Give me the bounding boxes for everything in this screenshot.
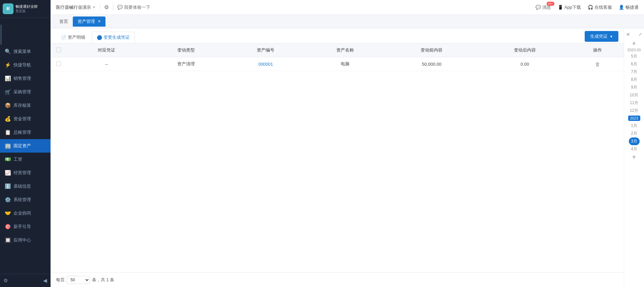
row-operation: 🗑 <box>572 57 624 71</box>
topbar-divider2 <box>113 4 113 11</box>
panel-close-icon[interactable]: ✕ <box>626 32 630 37</box>
sidebar-item-funds[interactable]: 💰 资金管理 <box>0 112 51 126</box>
row-asset-name: 电脑 <box>305 57 385 71</box>
sidebar-item-enterprise[interactable]: 🤝 企业协同 <box>0 206 51 220</box>
right-panel-header: ✕ ⤢ <box>624 30 644 38</box>
purchase-icon: 🛒 <box>5 89 11 95</box>
timeline-month-7[interactable]: 7月 <box>624 68 644 76</box>
timeline-month-4[interactable]: 4月 <box>624 145 644 153</box>
timeline: ▲ 2023.03 5月 6月 7月 8月 9月 10月 11月 12月 202… <box>624 38 644 162</box>
logo-sub: 普及版 <box>16 9 38 13</box>
content-area: 📄 资产明细 🔵 变更生成凭证 生成凭证 ▼ <box>51 28 644 287</box>
panel-expand-icon[interactable]: ⤢ <box>639 32 642 37</box>
company-selector[interactable]: 医疗器械行业演示 ▼ <box>56 4 96 10</box>
sidebar-settings-icon[interactable]: ⚙ <box>3 278 8 284</box>
row-after-change: 0.00 <box>478 57 572 71</box>
timeline-month-3[interactable]: 3月 <box>629 137 640 145</box>
timeline-month-10[interactable]: 10月 <box>624 91 644 99</box>
generate-voucher-button[interactable]: 生成凭证 ▼ <box>585 31 618 42</box>
timeline-up-icon[interactable]: ▲ <box>630 38 638 47</box>
messages-badge: 99+ <box>547 2 554 6</box>
timeline-month-2[interactable]: 2月 <box>624 130 644 137</box>
topbar-settings-icon[interactable]: ⚙ <box>104 4 109 10</box>
timeline-year-marker[interactable]: 2023 <box>628 116 640 121</box>
funds-icon: 💰 <box>5 116 11 122</box>
logo-icon: 财 <box>3 3 13 14</box>
timeline-month-6[interactable]: 6月 <box>624 60 644 68</box>
sidebar-item-operations[interactable]: 📈 经营管理 <box>0 166 51 180</box>
column-after-change: 变动后内容 <box>478 43 572 57</box>
company-name: 医疗器械行业演示 <box>56 4 91 10</box>
tab-close-icon[interactable]: ✕ <box>98 19 101 24</box>
asset-details-icon: 📄 <box>61 35 66 40</box>
basic-info-icon: ℹ️ <box>5 183 11 189</box>
sidebar-logo: 财 畅捷通好业财 普及版 <box>0 0 51 18</box>
sidebar-item-search[interactable]: 🔍 搜索菜单 <box>0 45 51 58</box>
app-download-button[interactable]: 📱 App下载 <box>558 4 581 10</box>
sub-tab-change-voucher[interactable]: 🔵 变更生成凭证 <box>92 32 135 43</box>
data-table-wrapper: 对应凭证 变动类型 资产编号 资产名称 变动前内容 变动后内容 操作 <box>51 43 624 272</box>
delete-icon[interactable]: 🗑 <box>595 61 600 67</box>
customer-service-icon: 🎧 <box>588 5 593 10</box>
fixed-assets-icon: 🏢 <box>5 143 11 149</box>
app-center-icon: 🔲 <box>5 237 11 243</box>
timeline-month-8[interactable]: 8月 <box>624 76 644 84</box>
sidebar-item-ledger[interactable]: 📋 总账管理 <box>0 126 51 139</box>
table-footer: 每页 50 10 20 100 条，共 1 条 <box>51 272 624 287</box>
payroll-icon: 💵 <box>5 156 11 162</box>
customer-service-button[interactable]: 🎧 在线客服 <box>588 4 612 10</box>
timeline-month-1[interactable]: 1月 <box>624 122 644 130</box>
topbar-divider <box>100 4 100 11</box>
operations-icon: 📈 <box>5 170 11 176</box>
quick-nav-icon: ⚡ <box>5 62 11 68</box>
timeline-month-9[interactable]: 9月 <box>624 84 644 91</box>
enterprise-icon: 🤝 <box>5 210 11 216</box>
sidebar-item-purchase[interactable]: 🛒 采购管理 <box>0 85 51 99</box>
column-asset-name: 资产名称 <box>305 43 385 57</box>
sidebar-item-quick-nav[interactable]: ⚡ 快捷导航 <box>0 58 51 72</box>
dropdown-icon: ▼ <box>92 5 96 9</box>
row-before-change: 50,000.00 <box>385 57 479 71</box>
tab-home[interactable]: 首页 <box>55 17 73 27</box>
user-icon: 👤 <box>619 5 624 10</box>
table-header-row: 对应凭证 变动类型 资产编号 资产名称 变动前内容 变动后内容 操作 <box>51 43 624 57</box>
main-content: 医疗器械行业演示 ▼ ⚙ 💬 我要体验一下 💬 消息 99+ 📱 App下载 🎧… <box>51 0 644 287</box>
sidebar-collapse-icon[interactable]: ◀ <box>43 278 47 284</box>
user-button[interactable]: 👤 畅捷通 <box>619 4 639 10</box>
select-all-checkbox[interactable] <box>56 47 61 52</box>
right-panel: ✕ ⤢ ▲ 2023.03 5月 6月 7月 8月 9月 10月 11月 12月… <box>624 28 644 287</box>
sidebar-item-payroll[interactable]: 💵 工资 <box>0 153 51 166</box>
sidebar-item-guide[interactable]: 🎯 新手引导 <box>0 220 51 233</box>
column-voucher: 对应凭证 <box>67 43 146 57</box>
sidebar-item-system[interactable]: ⚙️ 系统管理 <box>0 193 51 206</box>
sidebar-nav: 🔍 搜索菜单 ⚡ 快捷导航 📊 销售管理 🛒 采购管理 📦 库存核算 💰 资金管… <box>0 45 51 274</box>
per-page-select[interactable]: 50 10 20 100 <box>67 276 90 284</box>
timeline-down-icon[interactable]: ▼ <box>630 153 638 162</box>
guide-icon: 🎯 <box>5 224 11 230</box>
experience-button[interactable]: 💬 我要体验一下 <box>117 4 150 10</box>
sub-tab-asset-details[interactable]: 📄 资产明细 <box>56 32 90 43</box>
sidebar-item-basic-info[interactable]: ℹ️ 基础信息 <box>0 180 51 193</box>
timeline-year-label: 2023.03 <box>627 47 641 53</box>
experience-icon: 💬 <box>117 5 123 10</box>
sidebar-item-inventory[interactable]: 📦 库存核算 <box>0 99 51 112</box>
column-operation: 操作 <box>572 43 624 57</box>
messages-icon: 💬 <box>535 5 541 10</box>
logo-text: 畅捷通好业财 <box>16 4 38 9</box>
timeline-month-5[interactable]: 5月 <box>624 53 644 60</box>
messages-button[interactable]: 💬 消息 99+ <box>535 4 551 10</box>
ledger-icon: 📋 <box>5 129 11 135</box>
tab-asset-management[interactable]: 资产管理 ✕ <box>73 17 105 27</box>
nav-tabs: 首页 资产管理 ✕ <box>51 15 644 28</box>
app-download-icon: 📱 <box>558 5 563 10</box>
column-before-change: 变动前内容 <box>385 43 479 57</box>
sidebar-item-sales[interactable]: 📊 销售管理 <box>0 72 51 85</box>
per-page-label: 每页 <box>56 277 65 283</box>
row-checkbox[interactable] <box>56 61 61 66</box>
row-asset-code: 000001 <box>226 57 305 71</box>
timeline-month-11[interactable]: 11月 <box>624 99 644 107</box>
sidebar-item-fixed-assets[interactable]: 🏢 固定资产 <box>0 139 51 153</box>
column-asset-code: 资产编号 <box>226 43 305 57</box>
sidebar-item-app-center[interactable]: 🔲 应用中心 <box>0 233 51 247</box>
timeline-month-12[interactable]: 12月 <box>624 107 644 115</box>
